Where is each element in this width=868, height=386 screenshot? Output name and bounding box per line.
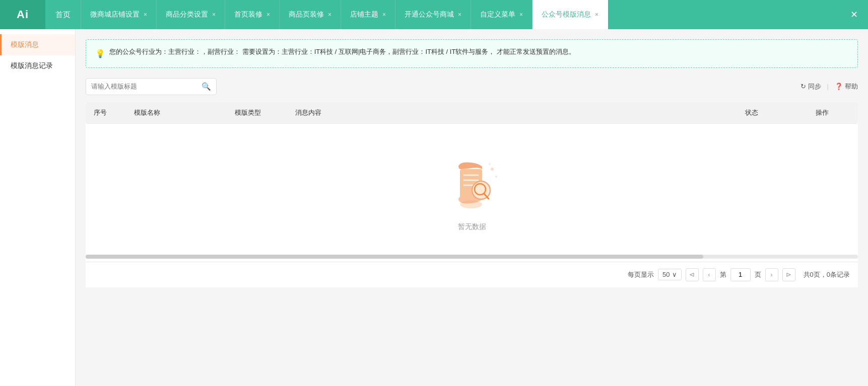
topbar-tab-weishop-settings[interactable]: 微商城店铺设置 × xyxy=(81,0,157,29)
content-area: 💡 您的公众号行业为：主营行业：，副营行业： 需要设置为：主营行业：IT科技 /… xyxy=(76,29,868,386)
help-button[interactable]: ❓ 帮助 xyxy=(835,82,858,91)
horizontal-scrollbar[interactable] xyxy=(86,255,858,259)
empty-illustration xyxy=(442,154,502,214)
chevron-down-icon: ∨ xyxy=(672,271,677,278)
notice-box: 💡 您的公众号行业为：主营行业：，副营行业： 需要设置为：主营行业：IT科技 /… xyxy=(86,39,858,68)
col-header-type: 模版类型 xyxy=(227,102,287,124)
col-header-action: 操作 xyxy=(808,102,858,124)
col-header-index: 序号 xyxy=(86,102,126,124)
topbar-tab-shop-theme[interactable]: 店铺主题 × xyxy=(341,0,395,29)
tab-close-icon-weishop-settings[interactable]: × xyxy=(144,11,147,18)
notice-icon: 💡 xyxy=(95,47,105,60)
notice-text: 您的公众号行业为：主营行业：，副营行业： 需要设置为：主营行业：IT科技 / 互… xyxy=(109,47,575,57)
pagination-total: 共0页，0条记录 xyxy=(804,270,850,279)
search-icon[interactable]: 🔍 xyxy=(202,82,211,91)
page-size-select[interactable]: 50 ∨ xyxy=(658,269,681,280)
app-logo: Ai xyxy=(0,0,45,29)
page-size-label: 每页显示 xyxy=(628,270,654,279)
sync-button[interactable]: ↻ 同步 xyxy=(800,82,821,91)
topbar-tab-home[interactable]: 首页 xyxy=(45,0,81,29)
tab-close-icon-category-settings[interactable]: × xyxy=(212,11,216,18)
tab-close-icon-template-msg[interactable]: × xyxy=(595,11,598,18)
svg-point-10 xyxy=(489,163,491,165)
table-wrapper: 序号模版名称模版类型消息内容状态操作 xyxy=(86,102,858,287)
topbar-tab-template-msg[interactable]: 公众号模版消息 × xyxy=(532,0,608,29)
prev-page-button[interactable]: ‹ xyxy=(703,268,716,281)
topbar-tab-home-decor[interactable]: 首页装修 × xyxy=(225,0,280,29)
tab-close-icon-product-decor[interactable]: × xyxy=(328,11,331,18)
topbar-tab-product-decor[interactable]: 商品页装修 × xyxy=(280,0,341,29)
close-all-button[interactable]: ✕ xyxy=(840,0,868,29)
page-di-label: 第 xyxy=(720,270,726,279)
next-page-button[interactable]: › xyxy=(765,268,778,281)
toolbar-right: ↻ 同步 | ❓ 帮助 xyxy=(800,82,858,91)
topbar-tab-custom-menu[interactable]: 自定义菜单 × xyxy=(471,0,532,29)
empty-state: 暂无数据 xyxy=(86,124,858,252)
scrollbar-thumb xyxy=(86,255,703,259)
pagination-bar: 每页显示 50 ∨ ⊲ ‹ 第 页 › ⊳ 共0页，0条记录 xyxy=(86,262,858,287)
page-unit-label: 页 xyxy=(755,270,761,279)
sidebar: 模版消息模版消息记录 xyxy=(0,29,76,386)
first-page-button[interactable]: ⊲ xyxy=(686,268,699,281)
sidebar-item-template-msg-log[interactable]: 模版消息记录 xyxy=(0,55,75,76)
svg-point-8 xyxy=(491,168,494,171)
page-size-value: 50 xyxy=(662,271,670,278)
topbar-tab-category-settings[interactable]: 商品分类设置 × xyxy=(157,0,225,29)
search-input-wrap: 🔍 xyxy=(86,78,217,95)
topbar: Ai 首页微商城店铺设置 ×商品分类设置 ×首页装修 ×商品页装修 ×店铺主题 … xyxy=(0,0,868,29)
topbar-tab-open-mall[interactable]: 开通公众号商城 × xyxy=(395,0,471,29)
last-page-button[interactable]: ⊳ xyxy=(782,268,795,281)
sync-icon: ↻ xyxy=(800,83,806,90)
table-scroll: 序号模版名称模版类型消息内容状态操作 xyxy=(86,102,858,124)
svg-point-9 xyxy=(495,176,497,178)
search-bar: 🔍 ↻ 同步 | ❓ 帮助 xyxy=(86,78,858,95)
help-icon: ❓ xyxy=(835,83,843,90)
tab-close-icon-custom-menu[interactable]: × xyxy=(519,11,523,18)
col-header-status: 状态 xyxy=(737,102,808,124)
page-number-input[interactable] xyxy=(730,268,751,281)
tab-close-icon-open-mall[interactable]: × xyxy=(458,11,461,18)
col-header-name: 模版名称 xyxy=(126,102,227,124)
empty-text: 暂无数据 xyxy=(458,222,486,231)
col-header-content: 消息内容 xyxy=(287,102,737,124)
main-layout: 模版消息模版消息记录 💡 您的公众号行业为：主营行业：，副营行业： 需要设置为：… xyxy=(0,29,868,386)
data-table: 序号模版名称模版类型消息内容状态操作 xyxy=(86,102,858,124)
table-header: 序号模版名称模版类型消息内容状态操作 xyxy=(86,102,858,124)
tab-close-icon-home-decor[interactable]: × xyxy=(266,11,270,18)
tab-close-icon-shop-theme[interactable]: × xyxy=(382,11,386,18)
search-input[interactable] xyxy=(91,83,198,90)
toolbar-divider: | xyxy=(827,83,829,90)
sidebar-item-template-msg[interactable]: 模版消息 xyxy=(0,34,75,55)
